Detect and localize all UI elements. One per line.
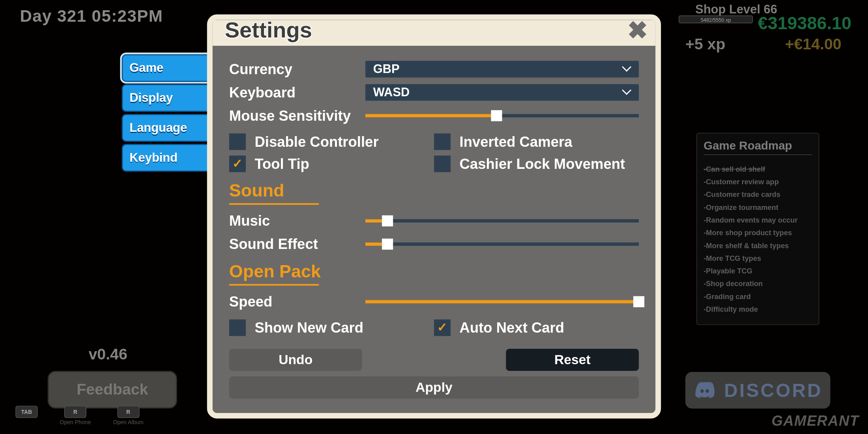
watermark: GAMERANT [772, 412, 859, 429]
roadmap-item: -Customer review app [703, 174, 812, 187]
version-label: v0.46 [88, 346, 127, 363]
hotkey-album: ROpen Album [113, 406, 143, 425]
feedback-button[interactable]: Feedback [48, 371, 177, 408]
settings-modal: Settings ✖ Currency GBP Keyboard WASD Mo… [207, 14, 661, 418]
keyboard-dropdown[interactable]: WASD [365, 84, 639, 101]
hud-xp-gain: +5 xp [685, 36, 726, 53]
openpack-section-title: Open Pack [229, 261, 639, 282]
roadmap-item: -More shop product types [703, 225, 812, 238]
undo-button[interactable]: Undo [229, 349, 362, 371]
chevron-down-icon [623, 65, 632, 73]
currency-value: GBP [373, 62, 400, 76]
mouse-sensitivity-slider[interactable] [365, 114, 639, 117]
tab-game[interactable]: Game [122, 54, 211, 82]
settings-tabs: Game Display Language Keybind [122, 54, 211, 174]
chevron-down-icon [623, 88, 632, 97]
roadmap-item: -More shelf & table types [703, 238, 812, 251]
reset-button[interactable]: Reset [506, 349, 639, 371]
mouse-sensitivity-label: Mouse Sensitivity [229, 107, 365, 124]
music-label: Music [229, 212, 365, 229]
roadmap-item: -Can sell old shelf [703, 162, 812, 174]
tab-display[interactable]: Display [122, 84, 211, 112]
sound-section-title: Sound [229, 180, 639, 201]
roadmap-item: -Playable TCG [703, 264, 812, 276]
roadmap-item: -Random events may occur [703, 213, 812, 225]
discord-label: DISCORD [724, 380, 822, 401]
hotkey-bar: TAB ROpen Phone ROpen Album [15, 406, 143, 425]
speed-slider[interactable] [365, 300, 639, 303]
tab-keybind[interactable]: Keybind [122, 144, 211, 172]
tab-language[interactable]: Language [122, 114, 211, 142]
hotkey-tab: TAB [15, 406, 37, 425]
hud-xp-bar: 5482/5550 xp [679, 15, 753, 23]
roadmap-item: -Customer trade cards [703, 187, 812, 200]
keyboard-label: Keyboard [229, 84, 365, 101]
roadmap-item: -Difficulty mode [703, 302, 812, 314]
roadmap-panel: Game Roadmap -Can sell old shelf-Custome… [696, 133, 819, 325]
show-new-card-checkbox[interactable] [229, 320, 246, 336]
hud-money: €319386.10 [758, 13, 851, 34]
roadmap-item: -More TCG types [703, 251, 812, 264]
modal-header: Settings ✖ [207, 14, 661, 45]
sfx-label: Sound Effect [229, 236, 365, 253]
disable-controller-label: Disable Controller [254, 133, 378, 150]
currency-dropdown[interactable]: GBP [365, 61, 639, 77]
disable-controller-checkbox[interactable] [229, 133, 246, 150]
roadmap-item: -Grading card [703, 289, 812, 301]
speed-label: Speed [229, 293, 365, 310]
divider [229, 284, 319, 286]
auto-next-card-checkbox[interactable] [434, 320, 451, 336]
cashier-lock-label: Cashier Lock Movement [460, 155, 625, 172]
roadmap-item: -Organize tournament [703, 200, 812, 213]
roadmap-title: Game Roadmap [703, 139, 812, 155]
hud-money-gain: +€14.00 [785, 36, 842, 53]
tooltip-label: Tool Tip [254, 155, 309, 172]
discord-icon [693, 379, 716, 402]
divider [229, 203, 319, 205]
currency-label: Currency [229, 61, 365, 78]
keyboard-value: WASD [373, 85, 410, 99]
discord-button[interactable]: DISCORD [685, 372, 831, 409]
inverted-camera-checkbox[interactable] [434, 133, 451, 150]
hud-day-time: Day 321 05:23PM [20, 7, 163, 26]
apply-button[interactable]: Apply [229, 376, 639, 398]
close-icon[interactable]: ✖ [625, 18, 650, 42]
show-new-card-label: Show New Card [254, 319, 363, 336]
tooltip-checkbox[interactable] [229, 155, 246, 172]
hotkey-phone: ROpen Phone [60, 406, 91, 425]
auto-next-card-label: Auto Next Card [460, 319, 565, 336]
roadmap-item: -Shop decoration [703, 276, 812, 289]
sfx-slider[interactable] [365, 243, 639, 246]
music-slider[interactable] [365, 219, 639, 223]
inverted-camera-label: Inverted Camera [460, 133, 572, 150]
modal-title: Settings [225, 17, 312, 42]
cashier-lock-checkbox[interactable] [434, 155, 451, 172]
